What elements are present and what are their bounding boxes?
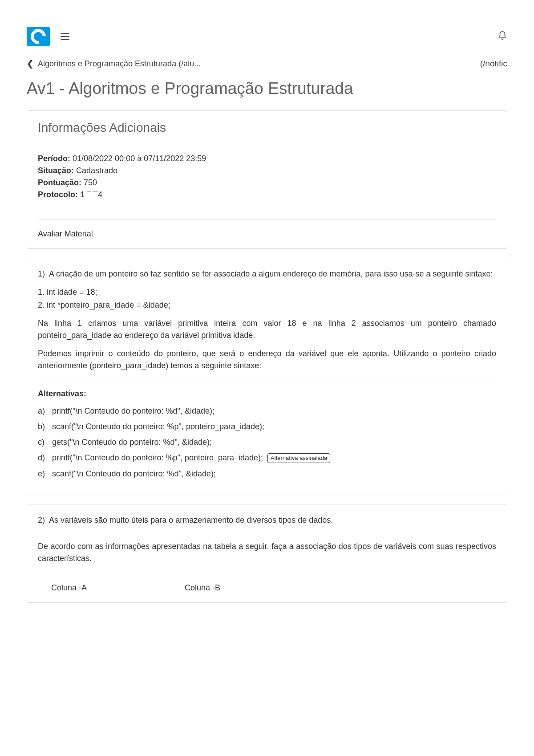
protocolo-label: Protocolo: (38, 190, 78, 199)
q1-code-line-1: 1. int idade = 18; (38, 286, 496, 298)
q1-paragraph-3: Podemos imprimir o conteúdo do ponteiro,… (38, 348, 496, 372)
logo[interactable] (27, 27, 50, 46)
info-heading: Informações Adicionais (38, 121, 496, 135)
breadcrumb-row: ❮ Algoritmos e Programação Estruturada (… (27, 59, 507, 69)
question-1-card: 1) A criação de um ponteiro só faz senti… (27, 258, 507, 495)
question-2-card: 2) As variáveis são muito úteis para o a… (27, 504, 507, 603)
alternative-d[interactable]: d) printf("\n Conteudo do ponteiro: %p",… (38, 453, 496, 463)
alt-letter: d) (38, 453, 48, 463)
q1-code-line-2: 2. int *ponteiro_para_idade = &idade; (38, 299, 496, 311)
alternatives-header: Alternativas: (38, 389, 496, 398)
column-b-header: Coluna -B (185, 583, 220, 593)
q1-number: 1) (38, 269, 45, 278)
info-lines: Período: 01/08/2022 00:00 à 07/11/2022 2… (38, 153, 496, 201)
pontuacao-value: 750 (81, 178, 97, 187)
alt-text: scanf("\n Conteudo do ponteiro: %d", &id… (52, 469, 216, 479)
avaliar-material-link[interactable]: Avaliar Material (38, 229, 496, 239)
selected-badge: Alternativa assinalada (267, 453, 330, 463)
alternative-b[interactable]: b) scanf("\n Conteudo do ponteiro: %p", … (38, 422, 496, 431)
alt-letter: b) (38, 422, 48, 431)
situacao-label: Situação: (38, 166, 74, 175)
alt-text: gets("\n Conteudo do ponteiro: %d", &ida… (52, 438, 212, 447)
notific-link[interactable]: (/notific (480, 59, 507, 69)
breadcrumb[interactable]: ❮ Algoritmos e Programação Estruturada (… (27, 59, 201, 69)
logo-c-icon (28, 26, 49, 47)
alt-text: printf("\n Conteudo do ponteiro: %p", po… (52, 453, 263, 463)
alt-text: scanf("\n Conteudo do ponteiro: %p", pon… (52, 422, 264, 431)
alt-text: printf("\n Conteudo do ponteiro: %d", &i… (52, 406, 214, 416)
page-title: Av1 - Algoritmos e Programação Estrutura… (27, 79, 507, 98)
breadcrumb-label: Algoritmos e Programação Estruturada (/a… (38, 59, 201, 69)
q2-text-intro: As variáveis são muito úteis para o arma… (49, 516, 333, 524)
top-bar (27, 27, 507, 59)
situacao-value: Cadastrado (74, 166, 117, 175)
alt-letter: e) (38, 469, 48, 479)
q1-text-intro: A criação de um ponteiro só faz sentido … (49, 269, 493, 278)
alternative-e[interactable]: e) scanf("\n Conteudo do ponteiro: %d", … (38, 469, 496, 479)
bell-icon[interactable] (498, 31, 507, 42)
chevron-left-icon: ❮ (27, 59, 33, 69)
q1-paragraph-2: Na linha 1 criamos uma variável primitiv… (38, 317, 496, 341)
periodo-label: Período: (38, 154, 70, 163)
protocolo-value: 1 ¯ ¯4 (78, 190, 102, 199)
alt-letter: a) (38, 406, 48, 416)
alt-letter: c) (38, 438, 48, 447)
top-bar-left (27, 27, 69, 46)
alternative-c[interactable]: c) gets("\n Conteudo do ponteiro: %d", &… (38, 438, 496, 447)
column-header-row: Coluna -A Coluna -B (38, 583, 496, 593)
column-a-header: Coluna -A (38, 583, 185, 593)
periodo-value: 01/08/2022 00:00 à 07/11/2022 23:59 (70, 154, 206, 163)
info-card: Informações Adicionais Período: 01/08/20… (27, 110, 507, 249)
pontuacao-label: Pontuação: (38, 178, 81, 187)
alternative-a[interactable]: a) printf("\n Conteudo do ponteiro: %d",… (38, 406, 496, 416)
q2-paragraph-2: De acordo com as informações apresentada… (38, 541, 496, 565)
menu-icon[interactable] (61, 33, 69, 40)
q2-number: 2) (38, 516, 45, 524)
